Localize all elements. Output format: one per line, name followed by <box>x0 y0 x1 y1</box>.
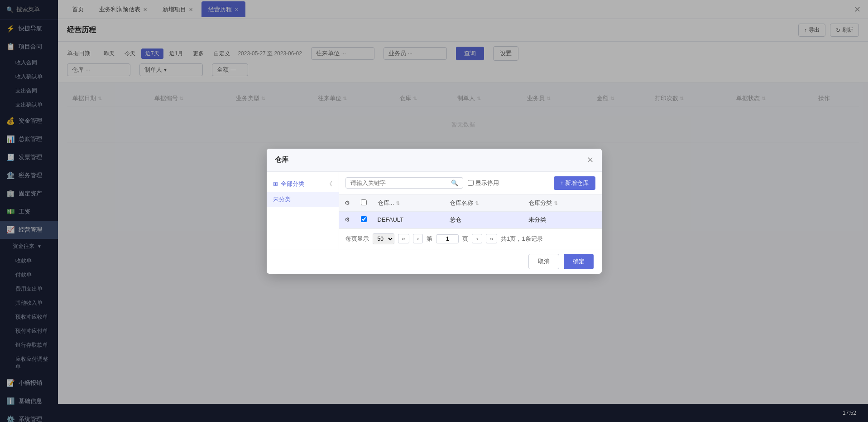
row-gear: ⚙ <box>339 211 355 228</box>
modal-per-page-label: 每页显示 <box>345 235 369 243</box>
row-category: 未分类 <box>523 211 602 228</box>
show-disabled-checkbox[interactable] <box>468 180 474 186</box>
sort-icon-2: ⇅ <box>475 200 479 206</box>
cancel-button[interactable]: 取消 <box>528 254 559 269</box>
category-uncategorized[interactable]: 未分类 <box>267 192 339 207</box>
row-code: DEFAULT <box>372 211 445 228</box>
modal-next-page-btn[interactable]: › <box>472 234 482 243</box>
sort-icon: ⇅ <box>396 200 400 206</box>
modal-header: 仓库 ✕ <box>267 149 602 172</box>
modal-body: ⊞ 全部分类 《 未分类 WhAR 🔍 <box>267 172 602 249</box>
all-categories-header[interactable]: ⊞ 全部分类 《 <box>267 176 339 192</box>
show-disabled-checkbox-label[interactable]: 显示停用 <box>468 179 499 187</box>
sort-icon-3: ⇅ <box>554 200 558 206</box>
row-select-checkbox[interactable] <box>361 216 367 222</box>
modal-total-text: 共1页，1条记录 <box>501 235 542 243</box>
select-all-checkbox[interactable] <box>361 199 367 205</box>
category-all-icon: ⊞ <box>273 180 278 187</box>
col-checkbox[interactable] <box>355 195 372 212</box>
table-row[interactable]: ⚙ DEFAULT 总仓 未分类 <box>339 211 602 228</box>
modal-overlay: 仓库 ✕ ⊞ 全部分类 《 未分类 WhAR <box>0 0 868 422</box>
modal-page-label: 第 <box>427 235 432 243</box>
modal-search-input[interactable] <box>350 179 448 186</box>
modal-toolbar: 🔍 显示停用 + 新增仓库 <box>339 172 602 195</box>
modal-pagination: 每页显示 50 « ‹ 第 页 › » 共1页，1条记录 <box>339 228 602 249</box>
col-warehouse-name: 仓库名称 ⇅ <box>444 195 523 212</box>
modal-table-scroll: ⚙ 仓库... ⇅ 仓库名称 ⇅ <box>339 195 602 228</box>
table-panel: 🔍 显示停用 + 新增仓库 ⚙ <box>339 172 602 249</box>
modal-search-box[interactable]: 🔍 <box>345 177 463 189</box>
category-panel: ⊞ 全部分类 《 未分类 WhAR <box>267 172 339 249</box>
show-disabled-text: 显示停用 <box>475 179 499 187</box>
modal-prev-page-btn[interactable]: ‹ <box>413 234 423 243</box>
uncategorized-label: 未分类 <box>273 196 291 203</box>
category-all-label: 全部分类 <box>281 180 304 188</box>
modal-footer: 取消 确定 <box>267 249 602 274</box>
modal-page-suffix: 页 <box>462 235 468 243</box>
confirm-button[interactable]: 确定 <box>564 254 594 269</box>
collapse-category-icon[interactable]: 《 <box>326 180 332 188</box>
col-warehouse-code: 仓库... ⇅ <box>372 195 445 212</box>
warehouse-modal: 仓库 ✕ ⊞ 全部分类 《 未分类 WhAR <box>267 149 602 274</box>
col-warehouse-category: 仓库分类 ⇅ <box>523 195 602 212</box>
modal-close-icon[interactable]: ✕ <box>587 155 594 165</box>
modal-action-buttons: 取消 确定 <box>528 254 594 269</box>
row-checkbox[interactable] <box>355 211 372 228</box>
modal-search-icon: 🔍 <box>451 179 458 186</box>
modal-first-page-btn[interactable]: « <box>398 234 409 243</box>
row-name: 总仓 <box>444 211 523 228</box>
modal-title: 仓库 <box>275 155 587 164</box>
modal-per-page-select[interactable]: 50 <box>373 233 394 244</box>
modal-last-page-btn[interactable]: » <box>486 234 497 243</box>
add-warehouse-button[interactable]: + 新增仓库 <box>554 176 595 190</box>
modal-page-input[interactable] <box>436 234 459 243</box>
modal-table: ⚙ 仓库... ⇅ 仓库名称 ⇅ <box>339 195 602 228</box>
col-gear[interactable]: ⚙ <box>339 195 355 212</box>
